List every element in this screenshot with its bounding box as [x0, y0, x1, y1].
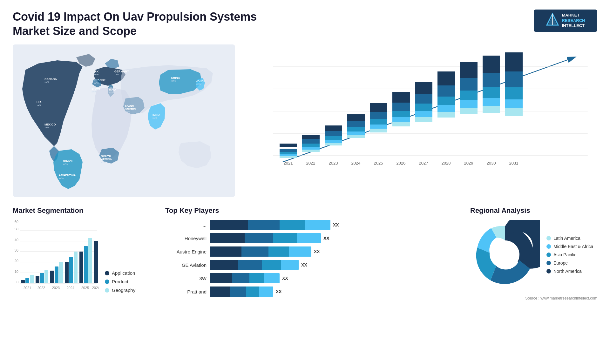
svg-rect-93: [437, 105, 455, 112]
segmentation-legend: Application Product Geography: [105, 270, 135, 296]
application-dot: [105, 271, 109, 275]
svg-rect-104: [483, 106, 500, 113]
svg-text:2021: 2021: [284, 161, 293, 165]
svg-rect-107: [505, 87, 523, 99]
svg-rect-98: [460, 100, 478, 108]
svg-rect-56: [280, 149, 297, 152]
svg-rect-57: [280, 152, 297, 154]
svg-rect-103: [483, 98, 500, 106]
svg-text:2026: 2026: [92, 286, 98, 290]
asia-pacific-label: Asia Pacific: [553, 252, 576, 257]
svg-rect-88: [415, 111, 432, 117]
svg-text:2023: 2023: [329, 161, 338, 165]
svg-rect-62: [302, 144, 320, 147]
svg-text:xx%: xx%: [152, 117, 157, 119]
chart-svg: XX XX XX XX XX XX XX XX XX XX XX: [267, 51, 591, 168]
geography-label: Geography: [112, 287, 135, 293]
world-map-svg: CANADA xx% U.S. xx% MEXICO xx% BRAZIL xx…: [13, 44, 235, 197]
player-name: Pratt and: [165, 289, 207, 294]
player-row: GE Aviation XX: [165, 260, 461, 270]
segmentation-title: Market Segmentation: [13, 206, 156, 215]
svg-rect-64: [302, 150, 320, 152]
player-xx: XX: [333, 222, 339, 227]
bottom-section: Market Segmentation 0 10 20 30 40 50 60: [13, 206, 597, 300]
svg-text:SPAIN: SPAIN: [92, 87, 100, 90]
donut-chart: [470, 220, 540, 290]
legend-north-america: North America: [546, 269, 593, 274]
svg-rect-150: [94, 241, 98, 283]
svg-text:xx%: xx%: [92, 90, 96, 93]
player-bar: [210, 286, 273, 297]
logo-icon: [546, 13, 559, 28]
legend-europe: Europe: [546, 260, 593, 266]
svg-text:xx%: xx%: [37, 104, 41, 107]
svg-rect-91: [437, 85, 455, 97]
svg-rect-74: [347, 135, 365, 138]
svg-text:FRANCE: FRANCE: [94, 78, 106, 82]
svg-text:CHINA: CHINA: [171, 76, 180, 79]
player-name: ...: [165, 222, 207, 228]
svg-text:2027: 2027: [419, 161, 428, 165]
svg-rect-77: [370, 119, 387, 125]
logo-box: MARKET RESEARCH INTELLECT: [534, 10, 597, 32]
svg-rect-149: [88, 238, 92, 283]
svg-rect-96: [460, 78, 478, 91]
top-section: CANADA xx% U.S. xx% MEXICO xx% BRAZIL xx…: [13, 44, 597, 197]
svg-rect-82: [392, 111, 410, 117]
player-bar-outer: XX: [210, 286, 461, 297]
europe-dot: [546, 261, 551, 265]
svg-rect-109: [505, 108, 523, 116]
svg-text:JAPAN: JAPAN: [196, 79, 206, 83]
player-xx: XX: [323, 236, 329, 241]
player-bar-outer: XX: [210, 246, 461, 257]
svg-rect-60: [302, 135, 320, 140]
legend-application: Application: [105, 270, 135, 276]
svg-rect-94: [437, 112, 455, 118]
svg-rect-97: [460, 91, 478, 100]
world-map-container: CANADA xx% U.S. xx% MEXICO xx% BRAZIL xx…: [13, 44, 235, 197]
svg-text:U.K.: U.K.: [94, 70, 99, 73]
svg-text:BRAZIL: BRAZIL: [63, 159, 73, 163]
svg-rect-78: [370, 125, 387, 129]
svg-rect-140: [44, 270, 48, 283]
svg-rect-102: [483, 87, 500, 98]
player-xx: XX: [276, 289, 282, 294]
player-bar-outer: XX: [210, 233, 461, 243]
svg-text:2023: 2023: [52, 286, 60, 290]
svg-rect-72: [347, 127, 365, 131]
svg-text:MEXICO: MEXICO: [44, 123, 56, 126]
svg-text:2024: 2024: [67, 286, 74, 290]
svg-rect-105: [505, 52, 523, 71]
svg-rect-59: [280, 156, 297, 158]
svg-text:2025: 2025: [81, 286, 89, 290]
svg-text:2030: 2030: [487, 161, 496, 165]
svg-text:2025: 2025: [374, 161, 383, 165]
player-bar: [210, 233, 321, 243]
svg-text:ARABIA: ARABIA: [125, 107, 136, 110]
svg-text:xx%: xx%: [59, 177, 64, 180]
seg-chart-svg: 0 10 20 30 40 50 60: [13, 220, 98, 296]
svg-rect-147: [79, 252, 83, 283]
svg-text:CANADA: CANADA: [44, 78, 57, 81]
svg-rect-144: [65, 262, 69, 283]
player-row: 3W XX: [165, 273, 461, 283]
svg-rect-138: [36, 276, 39, 283]
players-title: Top Key Players: [165, 206, 461, 215]
svg-rect-136: [25, 278, 29, 283]
donut-area: Latin America Middle East & Africa Asia …: [470, 220, 597, 290]
legend-mea: Middle East & Africa: [546, 244, 593, 249]
svg-rect-89: [415, 117, 432, 122]
player-row: Austro Engine XX: [165, 246, 461, 257]
legend-product: Product: [105, 279, 135, 284]
svg-text:xx%: xx%: [196, 83, 201, 85]
svg-rect-148: [84, 246, 88, 283]
player-name: Honeywell: [165, 236, 207, 241]
svg-text:2028: 2028: [442, 161, 451, 165]
svg-rect-137: [30, 275, 34, 283]
svg-point-157: [491, 240, 519, 269]
svg-text:xx%: xx%: [44, 81, 49, 84]
application-label: Application: [112, 270, 135, 276]
players-panel: Top Key Players ... XX Honeywell: [165, 206, 461, 300]
svg-text:GERMANY: GERMANY: [114, 70, 129, 73]
svg-rect-65: [325, 125, 342, 131]
